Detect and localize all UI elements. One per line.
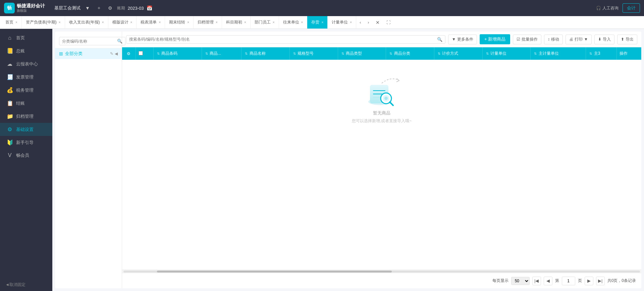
last-page-btn[interactable]: ▶| bbox=[596, 277, 605, 285]
sidebar-item-invoice[interactable]: 🧾 发票管理 bbox=[0, 70, 52, 84]
tab-close-all-btn[interactable]: ✕ bbox=[372, 16, 383, 29]
inner-search-input[interactable] bbox=[129, 37, 436, 42]
sidebar-item-reports[interactable]: ☁ 云报表中心 bbox=[0, 57, 52, 70]
ledger-icon: 📒 bbox=[7, 48, 13, 54]
category-all[interactable]: ⊞ 全部分类 ✎ ◀ bbox=[55, 48, 122, 59]
col-checkbox-header[interactable] bbox=[136, 47, 154, 60]
tab-template-close[interactable]: × bbox=[130, 20, 132, 24]
company-dropdown-btn[interactable]: ▼ bbox=[83, 4, 92, 12]
page-number-input[interactable] bbox=[562, 277, 575, 285]
tab-income-close[interactable]: × bbox=[102, 20, 104, 24]
tab-unit[interactable]: 计量单位 × bbox=[328, 16, 356, 29]
tab-subjects-close[interactable]: × bbox=[244, 20, 246, 24]
col-main-unit-header[interactable]: ⇅ 主计量单位 bbox=[531, 47, 586, 60]
tab-partners-close[interactable]: × bbox=[301, 20, 303, 24]
invoice-icon: 🧾 bbox=[7, 74, 13, 80]
tab-balance-close[interactable]: × bbox=[59, 20, 61, 24]
sidebar-ledger-label: 总账 bbox=[16, 48, 25, 54]
tab-archive-close[interactable]: × bbox=[216, 20, 218, 24]
app-logo: 畅 畅捷通好会计 旗舰版 bbox=[4, 3, 51, 13]
col-category-header[interactable]: ⇅ 商品分类 bbox=[386, 47, 434, 60]
tab-income[interactable]: 收入支出表(年报) × bbox=[65, 16, 108, 29]
batch-ops-btn[interactable]: ☑ 批量操作 bbox=[513, 35, 541, 44]
export-btn[interactable]: ⬆ 导出 bbox=[617, 35, 637, 44]
calendar-icon[interactable]: 📅 bbox=[147, 5, 152, 11]
scroll-track bbox=[123, 271, 640, 273]
col-price-method-header[interactable]: ⇅ 计价方式 bbox=[434, 47, 482, 60]
sidebar-item-close[interactable]: 📋 结账 bbox=[0, 97, 52, 110]
tab-partners-label: 往来单位 bbox=[283, 19, 299, 25]
tab-maximize-btn[interactable]: ⛶ bbox=[383, 16, 394, 29]
tab-prev-btn[interactable]: ‹ bbox=[356, 16, 364, 29]
tab-archive[interactable]: 归档管理 × bbox=[194, 16, 222, 29]
horizontal-scrollbar[interactable] bbox=[122, 270, 641, 273]
import-btn[interactable]: ⬇ 导入 bbox=[594, 35, 614, 44]
prev-page-btn[interactable]: ◀ bbox=[544, 277, 552, 285]
tab-inventory-close[interactable]: × bbox=[321, 20, 323, 24]
move-btn[interactable]: ↕ 移动 bbox=[544, 35, 563, 44]
first-page-btn[interactable]: |◀ bbox=[532, 277, 541, 285]
col-extra-header[interactable]: ⇅ 主3 bbox=[586, 47, 616, 60]
col-type-header[interactable]: ⇅ 商品类型 bbox=[338, 47, 386, 60]
content-area: 🔍 ⊞ 全部分类 ✎ ◀ bbox=[52, 29, 644, 291]
tab-home[interactable]: 首页 × bbox=[1, 16, 22, 29]
sidebar-item-guide[interactable]: 🔰 新手引导 bbox=[0, 136, 52, 149]
col-name-header[interactable]: ⇅ 商品名称 bbox=[241, 47, 290, 60]
filter-icon: ▼ bbox=[452, 37, 456, 42]
company-name[interactable]: 基层工会测试 bbox=[54, 5, 80, 11]
select-all-checkbox[interactable] bbox=[139, 51, 143, 55]
left-search-icon[interactable]: 🔍 bbox=[117, 39, 122, 44]
add-tab-btn[interactable]: ＋ bbox=[95, 4, 103, 12]
page-size-select[interactable]: 50 10 20 100 bbox=[511, 277, 530, 285]
collapse-panel-btn[interactable]: ◀ bbox=[115, 51, 118, 56]
sidebar-unpin-btn[interactable]: ◄取消固定 bbox=[0, 279, 52, 291]
next-page-btn[interactable]: ▶ bbox=[585, 277, 593, 285]
add-product-btn[interactable]: + 新增商品 bbox=[480, 34, 510, 44]
tab-taxclear-close[interactable]: × bbox=[159, 20, 161, 24]
tab-next-btn[interactable]: › bbox=[364, 16, 372, 29]
left-search-input[interactable] bbox=[62, 39, 116, 44]
settings-btn[interactable]: ⚙ bbox=[106, 4, 114, 12]
tab-unit-close[interactable]: × bbox=[350, 20, 352, 24]
tab-periodclose-close[interactable]: × bbox=[187, 20, 189, 24]
filter-label: 更多条件 bbox=[457, 37, 473, 42]
edit-category-btn[interactable]: ✎ bbox=[110, 51, 113, 56]
more-filter-btn[interactable]: ▼ 更多条件 bbox=[448, 35, 477, 44]
two-panel: 🔍 ⊞ 全部分类 ✎ ◀ bbox=[55, 32, 641, 288]
help-button[interactable]: 🎧 人工咨询 bbox=[596, 5, 619, 11]
sidebar-item-archivemgmt[interactable]: 📁 归档管理 bbox=[0, 110, 52, 123]
col-spec-header[interactable]: ⇅ 规格型号 bbox=[290, 47, 338, 60]
tab-periodclose[interactable]: 期末结转 × bbox=[165, 16, 194, 29]
sidebar-item-tax[interactable]: 💰 税务管理 bbox=[0, 84, 52, 97]
tab-inventory[interactable]: 存货 × bbox=[307, 16, 328, 29]
tab-partners[interactable]: 往来单位 × bbox=[279, 16, 308, 29]
sidebar-item-settings[interactable]: ⚙ 基础设置 bbox=[0, 123, 52, 136]
tab-template[interactable]: 模版设计 × bbox=[108, 16, 137, 29]
empty-illustration bbox=[360, 73, 404, 110]
right-panel: 🔍 ▼ 更多条件 + 新增商品 ☑ 批量操作 bbox=[122, 32, 641, 288]
inner-search-icon[interactable]: 🔍 bbox=[437, 37, 442, 42]
product-table: ⚙ ⇅ 商品条码 ⇅ 商品... bbox=[122, 47, 641, 60]
tab-deptstaff-close[interactable]: × bbox=[273, 20, 275, 24]
sidebar-item-home[interactable]: ⌂ 首页 bbox=[0, 32, 52, 44]
col-unit-header[interactable]: ⇅ 计量单位 bbox=[482, 47, 531, 60]
tab-deptstaff[interactable]: 部门员工 × bbox=[251, 16, 279, 29]
sort-icon: ⇅ bbox=[293, 52, 296, 55]
account-button[interactable]: 会计 bbox=[623, 3, 640, 13]
sidebar-item-ledger[interactable]: 📒 总账 bbox=[0, 44, 52, 57]
left-search-bar: 🔍 bbox=[55, 34, 122, 48]
col-barcode-header[interactable]: ⇅ 商品条码 bbox=[154, 47, 202, 60]
print-btn[interactable]: 🖨 打印 ▼ bbox=[566, 35, 592, 44]
sidebar-item-member[interactable]: V 畅会员 bbox=[0, 149, 52, 162]
tab-subjects[interactable]: 科目期初 × bbox=[222, 16, 251, 29]
col-settings-header[interactable]: ⚙ bbox=[122, 47, 136, 60]
col-code-header[interactable]: ⇅ 商品... bbox=[202, 47, 241, 60]
tab-home-close[interactable]: × bbox=[15, 20, 17, 24]
left-panel: 🔍 ⊞ 全部分类 ✎ ◀ bbox=[55, 32, 122, 288]
scroll-thumb[interactable] bbox=[157, 271, 392, 273]
grid-icon: ⊞ bbox=[59, 51, 63, 56]
tab-template-label: 模版设计 bbox=[112, 19, 128, 25]
tab-taxclear[interactable]: 税表清单 × bbox=[137, 16, 165, 29]
tab-balance[interactable]: 资产负债表(中期) × bbox=[22, 16, 65, 29]
headset-icon: 🎧 bbox=[596, 6, 601, 10]
